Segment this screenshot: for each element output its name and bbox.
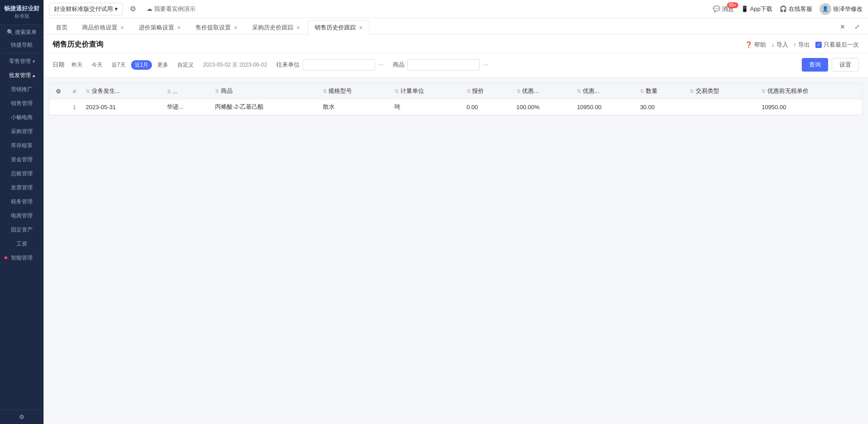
col-discount1[interactable]: ⇅ 优惠... bbox=[512, 83, 573, 99]
content-area: 销售历史价查询 ❓ 帮助 ↓ 导入 ↑ 导出 ✓ 只看最后一次 bbox=[44, 34, 868, 424]
product-more-icon[interactable]: ··· bbox=[483, 61, 488, 69]
sidebar-item-tax[interactable]: 税务管理 bbox=[0, 195, 44, 209]
app-name: 畅捷通好业财 bbox=[4, 5, 40, 13]
date-btn-yesterday[interactable]: 昨天 bbox=[68, 60, 86, 70]
table-container: ⚙ # ⇅ 业务发生... ⇅ ... ⇅ 商品 bbox=[49, 83, 863, 116]
tab-sales-history[interactable]: 销售历史价跟踪 ✕ bbox=[308, 20, 370, 34]
sidebar-item-finance[interactable]: 资金管理 bbox=[0, 153, 44, 167]
source-more-icon[interactable]: ··· bbox=[378, 61, 384, 69]
sidebar-item-finance-label: 资金管理 bbox=[11, 156, 33, 163]
tab-expand-button[interactable]: ⤢ bbox=[852, 21, 863, 32]
tab-purchase-history[interactable]: 采购历史价跟踪 ✕ bbox=[245, 20, 307, 34]
sidebar: 畅捷通好业财 标准版 🔍 搜索菜单 快捷导航 零售管理 ▾ 批发管理 ▴ 营销推… bbox=[0, 0, 44, 424]
sidebar-item-invoice[interactable]: 发票管理 bbox=[0, 181, 44, 195]
sidebar-item-purchase[interactable]: 采购管理 bbox=[0, 125, 44, 139]
sidebar-item-ecom-small[interactable]: 小畅电商 bbox=[0, 111, 44, 125]
sidebar-item-retail[interactable]: 零售管理 ▾ bbox=[0, 54, 44, 68]
source-label: 往来单位 bbox=[276, 61, 300, 69]
sort-icon: ⇅ bbox=[517, 88, 521, 94]
col-extra[interactable]: ⇅ ... bbox=[162, 83, 210, 99]
import-icon: ↓ bbox=[771, 41, 775, 48]
only-last-checkbox[interactable]: ✓ 只看最后一次 bbox=[815, 41, 859, 49]
col-num: # bbox=[68, 83, 81, 99]
tab-close-button[interactable]: ✕ bbox=[837, 21, 848, 32]
sidebar-item-ledger[interactable]: 总账管理 bbox=[0, 167, 44, 181]
online-service-button[interactable]: 🎧 在线客服 bbox=[780, 5, 812, 13]
source-input[interactable] bbox=[302, 59, 375, 71]
date-btn-more[interactable]: 更多 bbox=[154, 60, 172, 70]
table-row[interactable]: 1 2023-05-31 华迹... 丙烯酸-2-乙基己酯 散水 吨 0.00 … bbox=[49, 99, 862, 115]
table-settings-icon: ⚙ bbox=[56, 88, 61, 95]
product-label: 商品 bbox=[393, 61, 405, 69]
page-title: 销售历史价查询 bbox=[53, 40, 103, 49]
messages-button[interactable]: 💬 消息 99+ bbox=[713, 5, 734, 13]
col-spec[interactable]: ⇅ 规格型号 bbox=[318, 83, 390, 99]
col-biz-date[interactable]: ⇅ 业务发生... bbox=[81, 83, 162, 99]
row-discount2: 10950.00 bbox=[572, 99, 635, 115]
gear-icon: ⚙ bbox=[19, 414, 24, 420]
message-icon: 💬 bbox=[713, 5, 720, 12]
import-button[interactable]: ↓ 导入 bbox=[771, 41, 788, 49]
help-icon: ❓ bbox=[745, 41, 752, 48]
sidebar-search[interactable]: 🔍 搜索菜单 bbox=[0, 25, 44, 38]
product-selector[interactable]: 好业财标准版交付试用 ▾ bbox=[49, 3, 123, 15]
sidebar-item-payroll[interactable]: 工资 bbox=[0, 237, 44, 251]
settings-button[interactable]: 设置 bbox=[832, 58, 859, 72]
tab-home[interactable]: 首页 bbox=[49, 20, 74, 34]
date-btn-last1m[interactable]: 近1月 bbox=[131, 60, 152, 70]
date-buttons: 昨天 今天 近7天 近1月 更多 自定义 bbox=[68, 60, 197, 70]
col-discount2[interactable]: ⇅ 优惠... bbox=[572, 83, 635, 99]
sidebar-quick-nav[interactable]: 快捷导航 bbox=[0, 38, 44, 52]
row-extra: 华迹... bbox=[162, 99, 210, 115]
query-button[interactable]: 查询 bbox=[802, 58, 828, 72]
sidebar-item-marketing-label: 营销推广 bbox=[11, 86, 33, 92]
avatar: 👤 bbox=[819, 3, 831, 15]
sidebar-item-assets[interactable]: 固定资产 bbox=[0, 223, 44, 237]
sidebar-item-ecom-label: 电商管理 bbox=[11, 212, 33, 219]
tab-price-extract[interactable]: 售价提取设置 ✕ bbox=[189, 20, 244, 34]
demo-link[interactable]: ☁ 我要看实例演示 bbox=[146, 5, 195, 13]
demo-icon: ☁ bbox=[146, 5, 152, 12]
help-button[interactable]: ❓ 帮助 bbox=[745, 41, 766, 49]
tab-close-sales-history[interactable]: ✕ bbox=[359, 25, 363, 30]
chevron-down-icon: ▾ bbox=[33, 59, 35, 64]
date-filter-group: 日期 昨天 今天 近7天 近1月 更多 自定义 2023-05-02 至 202… bbox=[53, 60, 267, 70]
tab-close-price-extract[interactable]: ✕ bbox=[234, 25, 238, 30]
col-unit[interactable]: ⇅ 计量单位 bbox=[390, 83, 462, 99]
sidebar-item-tax-label: 税务管理 bbox=[11, 198, 33, 205]
col-product[interactable]: ⇅ 商品 bbox=[210, 83, 318, 99]
sidebar-item-sales-label: 销售管理 bbox=[11, 100, 33, 106]
sidebar-item-retail-label: 零售管理 bbox=[9, 58, 31, 65]
row-spec: 散水 bbox=[318, 99, 390, 115]
col-tx-type[interactable]: ⇅ 交易类型 bbox=[685, 83, 757, 99]
date-btn-last7[interactable]: 近7天 bbox=[108, 60, 129, 70]
data-table: ⚙ # ⇅ 业务发生... ⇅ ... ⇅ 商品 bbox=[49, 83, 862, 115]
sidebar-item-sales-mgmt[interactable]: 销售管理 bbox=[0, 96, 44, 111]
sidebar-item-invoice-label: 发票管理 bbox=[11, 184, 33, 191]
sidebar-gear-button[interactable]: ⚙ bbox=[0, 410, 44, 424]
tab-price-strategy[interactable]: 进价策略设置 ✕ bbox=[132, 20, 188, 34]
date-btn-today[interactable]: 今天 bbox=[88, 60, 106, 70]
app-download-button[interactable]: 📱 App下载 bbox=[741, 5, 772, 13]
sidebar-item-smart[interactable]: 智能管理 bbox=[0, 251, 44, 265]
date-btn-custom[interactable]: 自定义 bbox=[174, 60, 197, 70]
chevron-up-icon: ▴ bbox=[33, 73, 35, 78]
user-menu[interactable]: 👤 徐泽华修改 bbox=[819, 3, 863, 15]
col-settings[interactable]: ⚙ bbox=[49, 83, 68, 99]
tab-price-settings[interactable]: 商品价格设置 ✕ bbox=[75, 20, 131, 34]
export-button[interactable]: ↑ 导出 bbox=[794, 41, 810, 49]
selector-settings-button[interactable]: ⚙ bbox=[127, 3, 139, 15]
date-range-display: 2023-05-02 至 2023-06-02 bbox=[203, 61, 267, 69]
sidebar-item-ecom[interactable]: 电商管理 bbox=[0, 209, 44, 223]
app-version: 标准版 bbox=[4, 13, 40, 19]
sidebar-item-marketing[interactable]: 营销推广 bbox=[0, 82, 44, 96]
tab-close-price-settings[interactable]: ✕ bbox=[120, 25, 124, 30]
col-price[interactable]: ⇅ 报价 bbox=[462, 83, 512, 99]
col-qty[interactable]: ⇅ 数量 bbox=[635, 83, 685, 99]
product-input[interactable] bbox=[407, 59, 480, 71]
tab-close-price-strategy[interactable]: ✕ bbox=[177, 25, 181, 30]
col-pre-tax[interactable]: ⇅ 优惠前无税单价 bbox=[757, 83, 862, 99]
sidebar-item-wholesale[interactable]: 批发管理 ▴ bbox=[0, 68, 44, 82]
tab-close-purchase-history[interactable]: ✕ bbox=[296, 25, 300, 30]
sidebar-item-inventory[interactable]: 库存核算 bbox=[0, 139, 44, 153]
